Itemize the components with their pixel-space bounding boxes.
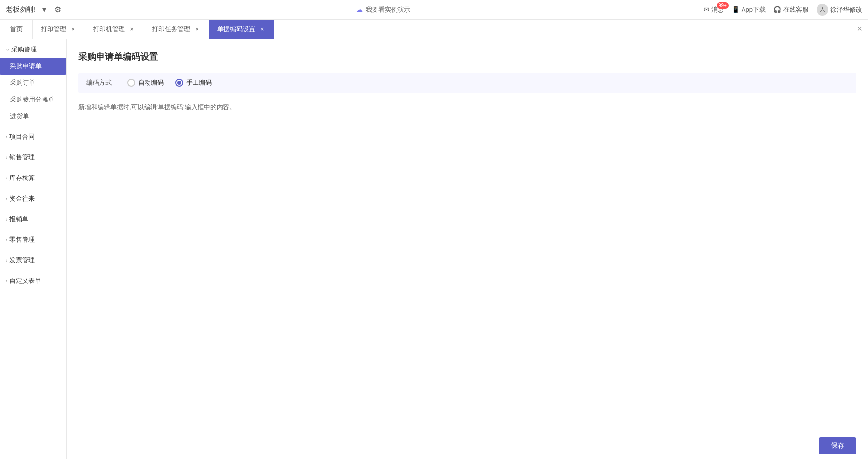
radio-auto[interactable]: 自动编码 bbox=[127, 78, 164, 87]
radio-auto-circle bbox=[127, 79, 135, 87]
window-close-icon[interactable]: × bbox=[857, 24, 862, 34]
sidebar-group-retail[interactable]: › 零售管理 bbox=[0, 231, 66, 248]
demo-link[interactable]: ☁ 我要看实例演示 bbox=[356, 5, 410, 14]
message-icon: ✉ bbox=[704, 6, 709, 13]
chevron-right-icon-8: › bbox=[6, 279, 7, 284]
sidebar-group-invoices-label: 发票管理 bbox=[9, 256, 35, 265]
content-area: 采购申请单编码设置 编码方式 自动编码 手工编码 新增和编辑单据时,可以编辑'单… bbox=[67, 39, 868, 459]
app-download-label: App下载 bbox=[742, 5, 766, 14]
app-title: 老板勿削! bbox=[6, 5, 35, 14]
sidebar-section-returns: › 报销单 bbox=[0, 209, 66, 230]
sidebar-group-inventory-label: 库存核算 bbox=[9, 174, 35, 182]
radio-group: 自动编码 手工编码 bbox=[127, 78, 212, 87]
username: 徐泽华修改 bbox=[830, 5, 862, 14]
sidebar-item-goods-receipt-label: 进货单 bbox=[10, 112, 29, 121]
tab-printer-management[interactable]: 打印机管理 × bbox=[85, 20, 144, 39]
tab-print-management[interactable]: 打印管理 × bbox=[33, 20, 85, 39]
tab-print-management-close[interactable]: × bbox=[69, 26, 77, 33]
sidebar-section-sales: › 销售管理 bbox=[0, 147, 66, 168]
chevron-right-icon-2: › bbox=[6, 155, 7, 160]
encoding-row: 编码方式 自动编码 手工编码 bbox=[78, 73, 856, 93]
radio-manual-circle bbox=[175, 79, 183, 87]
app-download-btn[interactable]: 📱 App下载 bbox=[732, 5, 766, 14]
top-bar-right: ✉ 消息 99+ 📱 App下载 🎧 在线客服 人 徐泽华修改 bbox=[704, 4, 862, 16]
sidebar-group-retail-label: 零售管理 bbox=[9, 235, 35, 244]
radio-auto-label: 自动编码 bbox=[138, 78, 164, 87]
chevron-right-icon-4: › bbox=[6, 196, 7, 202]
tab-print-task-label: 打印任务管理 bbox=[152, 25, 190, 34]
tab-print-task-close[interactable]: × bbox=[193, 26, 201, 33]
sidebar-item-purchase-expense-label: 采购费用分摊单 bbox=[10, 95, 54, 104]
sidebar: ∨ 采购管理 采购申请单 采购订单 采购费用分摊单 进货单 › 项目合同 bbox=[0, 39, 67, 459]
sidebar-group-invoices[interactable]: › 发票管理 bbox=[0, 252, 66, 269]
sidebar-group-sales-label: 销售管理 bbox=[9, 153, 35, 162]
sidebar-group-sales[interactable]: › 销售管理 bbox=[0, 149, 66, 166]
sidebar-group-funds[interactable]: › 资金往来 bbox=[0, 190, 66, 207]
hint-text: 新增和编辑单据时,可以编辑'单据编码'输入框中的内容。 bbox=[78, 103, 856, 112]
chevron-right-icon: › bbox=[6, 134, 7, 140]
sidebar-section-purchase: ∨ 采购管理 采购申请单 采购订单 采购费用分摊单 进货单 bbox=[0, 39, 66, 127]
sidebar-group-purchase[interactable]: ∨ 采购管理 bbox=[0, 41, 66, 58]
tab-home-label: 首页 bbox=[10, 25, 23, 34]
footer-bar: 保存 bbox=[67, 432, 868, 459]
sidebar-section-retail: › 零售管理 bbox=[0, 230, 66, 250]
notifications-badge: 99+ bbox=[717, 2, 729, 9]
sidebar-section-project: › 项目合同 bbox=[0, 127, 66, 147]
online-support-btn[interactable]: 🎧 在线客服 bbox=[773, 5, 809, 14]
sidebar-group-project-label: 项目合同 bbox=[9, 132, 35, 141]
avatar: 人 bbox=[817, 4, 828, 16]
tab-home[interactable]: 首页 bbox=[0, 20, 33, 39]
sidebar-item-purchase-order[interactable]: 采购订单 bbox=[0, 75, 66, 91]
tab-barcode-settings-label: 单据编码设置 bbox=[217, 25, 255, 34]
tab-print-task[interactable]: 打印任务管理 × bbox=[144, 20, 209, 39]
online-support-label: 在线客服 bbox=[783, 5, 809, 14]
sidebar-section-inventory: › 库存核算 bbox=[0, 168, 66, 188]
user-info[interactable]: 人 徐泽华修改 bbox=[817, 4, 862, 16]
sidebar-item-goods-receipt[interactable]: 进货单 bbox=[0, 108, 66, 125]
chevron-right-icon-7: › bbox=[6, 258, 7, 263]
sidebar-section-custom: › 自定义表单 bbox=[0, 271, 66, 291]
sidebar-section-invoices: › 发票管理 bbox=[0, 250, 66, 271]
tab-print-management-label: 打印管理 bbox=[41, 25, 66, 34]
top-bar: 老板勿削! ▾ ⚙ ☁ 我要看实例演示 ✉ 消息 99+ 📱 App下载 🎧 在… bbox=[0, 0, 868, 20]
settings-icon[interactable]: ⚙ bbox=[53, 5, 63, 15]
notifications-btn[interactable]: ✉ 消息 99+ bbox=[704, 5, 724, 14]
sidebar-section-funds: › 资金往来 bbox=[0, 188, 66, 209]
tab-barcode-settings-close[interactable]: × bbox=[258, 26, 266, 33]
main-layout: ∨ 采购管理 采购申请单 采购订单 采购费用分摊单 进货单 › 项目合同 bbox=[0, 39, 868, 459]
demo-text: 我要看实例演示 bbox=[366, 5, 410, 14]
save-button[interactable]: 保存 bbox=[819, 437, 856, 454]
headset-icon: 🎧 bbox=[773, 6, 781, 13]
page-title: 采购申请单编码设置 bbox=[78, 51, 856, 63]
sidebar-group-project[interactable]: › 项目合同 bbox=[0, 128, 66, 145]
radio-manual-label: 手工编码 bbox=[186, 78, 212, 87]
chevron-right-icon-6: › bbox=[6, 237, 7, 243]
tab-bar: 首页 打印管理 × 打印机管理 × 打印任务管理 × 单据编码设置 × × bbox=[0, 20, 868, 39]
sidebar-group-funds-label: 资金往来 bbox=[9, 194, 35, 203]
chevron-down-icon: ∨ bbox=[6, 47, 9, 52]
cloud-icon: ☁ bbox=[356, 6, 363, 13]
tab-printer-management-close[interactable]: × bbox=[128, 26, 136, 33]
sidebar-group-custom[interactable]: › 自定义表单 bbox=[0, 273, 66, 289]
sidebar-group-custom-label: 自定义表单 bbox=[9, 277, 41, 285]
sidebar-item-purchase-request-label: 采购申请单 bbox=[10, 62, 42, 71]
top-bar-left: 老板勿削! ▾ ⚙ bbox=[6, 5, 63, 15]
window-close-area: × bbox=[857, 24, 868, 34]
encoding-label: 编码方式 bbox=[86, 78, 112, 87]
tab-barcode-settings[interactable]: 单据编码设置 × bbox=[209, 20, 274, 39]
radio-manual[interactable]: 手工编码 bbox=[175, 78, 212, 87]
sidebar-group-returns-label: 报销单 bbox=[9, 215, 28, 224]
dropdown-icon[interactable]: ▾ bbox=[39, 5, 49, 15]
download-icon: 📱 bbox=[732, 6, 740, 13]
sidebar-group-inventory[interactable]: › 库存核算 bbox=[0, 170, 66, 186]
sidebar-item-purchase-order-label: 采购订单 bbox=[10, 78, 35, 87]
sidebar-group-purchase-label: 采购管理 bbox=[11, 45, 37, 54]
sidebar-group-returns[interactable]: › 报销单 bbox=[0, 211, 66, 228]
content-panel: 采购申请单编码设置 编码方式 自动编码 手工编码 新增和编辑单据时,可以编辑'单… bbox=[67, 39, 868, 432]
chevron-right-icon-3: › bbox=[6, 176, 7, 181]
sidebar-item-purchase-request[interactable]: 采购申请单 bbox=[0, 58, 66, 75]
sidebar-item-purchase-expense[interactable]: 采购费用分摊单 bbox=[0, 91, 66, 108]
chevron-right-icon-5: › bbox=[6, 217, 7, 222]
tab-printer-management-label: 打印机管理 bbox=[93, 25, 125, 34]
